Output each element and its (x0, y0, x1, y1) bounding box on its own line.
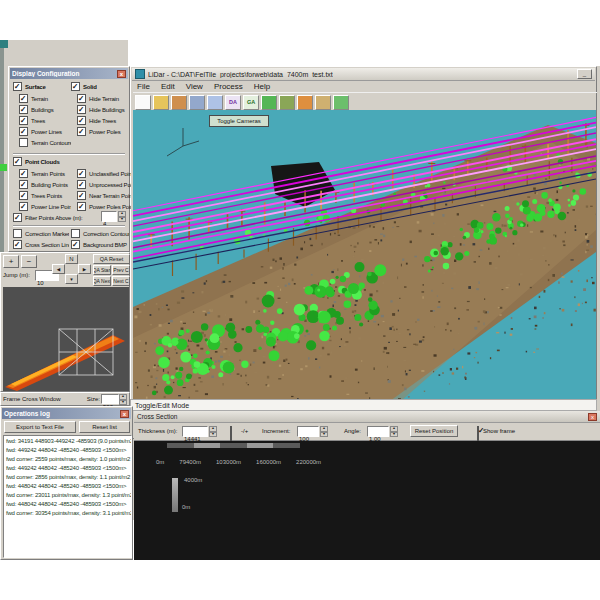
checkbox[interactable] (19, 191, 28, 200)
checkbox-item[interactable]: Correction Contours (71, 228, 129, 239)
checkbox-item[interactable]: Background BMP (71, 239, 129, 250)
pan-west-button[interactable]: ◀ (52, 264, 65, 274)
log-titlebar[interactable]: Operations log x (2, 408, 131, 419)
checkbox-item[interactable]: Terrain Points (19, 168, 71, 179)
checkbox[interactable] (71, 82, 80, 91)
menu-item-view[interactable]: View (186, 82, 203, 91)
navigator-map[interactable] (3, 287, 129, 391)
checkbox[interactable] (77, 94, 86, 103)
menu-item-help[interactable]: Help (254, 82, 270, 91)
checkbox-item[interactable]: Cross Section Line (13, 239, 69, 250)
checkbox[interactable] (77, 169, 86, 178)
close-icon[interactable]: x (588, 413, 597, 421)
checkbox[interactable] (71, 229, 80, 238)
checkbox-item[interactable]: Trees Points (19, 190, 71, 201)
increment-input[interactable] (297, 426, 319, 437)
image-view-icon[interactable] (171, 95, 187, 110)
open-folder-icon[interactable] (153, 95, 169, 110)
filter-points-spinner[interactable]: ▲▼ (118, 211, 126, 222)
angle-spinner[interactable]: ▲▼ (390, 426, 398, 437)
checkbox-item[interactable]: Correction Markers (13, 228, 69, 239)
checkbox[interactable] (77, 180, 86, 189)
dock-tab-green[interactable] (0, 164, 7, 171)
pan-north-button[interactable]: N (65, 254, 78, 264)
qa-next-button[interactable]: QA Next (93, 276, 111, 286)
checkbox-item[interactable]: Trees (19, 115, 71, 126)
checkbox[interactable] (19, 180, 28, 189)
terrain-layer-icon[interactable] (279, 95, 295, 110)
checkbox[interactable] (19, 138, 28, 147)
reset-list-button[interactable]: Reset list (79, 421, 130, 433)
display-icon[interactable] (189, 95, 205, 110)
zoom-out-button[interactable]: − (21, 255, 37, 268)
thickness-input[interactable] (182, 426, 208, 437)
checkbox-item[interactable]: Unclassified Points (77, 168, 131, 179)
menu-item-edit[interactable]: Edit (161, 82, 175, 91)
pan-south-button[interactable]: ▼ (65, 274, 78, 284)
new-file-icon[interactable] (135, 95, 151, 110)
checkbox-item[interactable]: Hide Buildings (77, 104, 129, 115)
filter-points-input[interactable] (101, 211, 117, 222)
menu-item-file[interactable]: File (137, 82, 150, 91)
checkbox[interactable] (77, 191, 86, 200)
checkbox-item[interactable]: Building Points (19, 179, 71, 190)
checkbox[interactable] (19, 94, 28, 103)
export-text-button[interactable]: Export to Text File (4, 421, 76, 433)
checkbox[interactable] (77, 105, 86, 114)
photo-layer-icon[interactable] (315, 95, 331, 110)
checkbox[interactable] (19, 105, 28, 114)
size-spinner[interactable]: ▲▼ (119, 394, 127, 404)
angle-input[interactable] (367, 426, 389, 437)
solid-header[interactable]: Solid (71, 81, 97, 92)
checkbox[interactable] (71, 240, 80, 249)
reset-position-button[interactable]: Reset Position (410, 425, 458, 437)
checkbox[interactable] (13, 229, 22, 238)
minimize-button[interactable]: _ (577, 69, 592, 79)
trees-layer-icon[interactable] (261, 95, 277, 110)
checkbox-item[interactable]: Hide Trees (77, 115, 129, 126)
checkbox[interactable] (13, 82, 22, 91)
pan-east-button[interactable]: ▶ (78, 264, 91, 274)
cross-section-view[interactable]: 0m79400m103000m160000m220000m 4000m 0m (134, 441, 600, 560)
checkbox-item[interactable]: Power Lines (19, 126, 71, 137)
qa-start-button[interactable]: QA Start (93, 265, 111, 275)
prev-c-button[interactable]: Prev C (112, 265, 130, 275)
checkbox[interactable] (19, 169, 28, 178)
filter-points-row[interactable]: Filter Points Above (m): (13, 212, 83, 223)
thickness-spinner[interactable]: ▲▼ (209, 426, 217, 437)
checkbox-item[interactable]: Hide Terrain (77, 93, 129, 104)
checkbox-item[interactable]: Power Line Points (19, 201, 71, 212)
checkbox-item[interactable]: Terrain Contours (19, 137, 71, 148)
close-icon[interactable]: x (120, 410, 129, 418)
close-icon[interactable]: x (117, 70, 126, 78)
checkbox[interactable] (77, 116, 86, 125)
size-input[interactable] (101, 394, 119, 404)
surface-header[interactable]: Surface (13, 81, 46, 92)
qa-reset-button[interactable]: QA Reset (93, 254, 130, 264)
checkbox-item[interactable]: Terrain (19, 93, 71, 104)
log-list[interactable]: fwd: 34191 448903-449242 -485903 (9.0 po… (3, 435, 132, 558)
vegetation-layer-icon[interactable] (333, 95, 349, 110)
checkbox[interactable] (13, 213, 22, 222)
dock-tab[interactable] (0, 40, 8, 48)
ga-tool-icon[interactable]: GA (243, 95, 259, 110)
jump-value[interactable] (36, 280, 58, 286)
zoom-tool-icon[interactable] (207, 95, 223, 110)
next-c-button[interactable]: Next C (112, 276, 130, 286)
checkbox[interactable] (19, 127, 28, 136)
main-titlebar[interactable]: LiDar - C:\DAT\FelTile_projects\forweb\d… (132, 68, 595, 81)
checkbox[interactable] (19, 202, 28, 211)
da-tool-icon[interactable]: DA (225, 95, 241, 110)
zoom-in-button[interactable]: + (3, 255, 19, 268)
checkbox-item[interactable]: Near Terrain Points (77, 190, 131, 201)
increment-spinner[interactable]: ▲▼ (320, 426, 328, 437)
checkbox-item[interactable]: Power Poles (77, 126, 129, 137)
ortho-layer-icon[interactable] (297, 95, 313, 110)
checkbox-item[interactable]: Unprocessed Points (77, 179, 131, 190)
display-config-titlebar[interactable]: Display Configuration x (10, 68, 128, 79)
point-clouds-header[interactable]: Point Clouds (13, 156, 60, 167)
viewport-3d-scene[interactable] (133, 110, 596, 401)
menu-item-process[interactable]: Process (214, 82, 243, 91)
checkbox[interactable] (77, 127, 86, 136)
checkbox-item[interactable]: Buildings (19, 104, 71, 115)
